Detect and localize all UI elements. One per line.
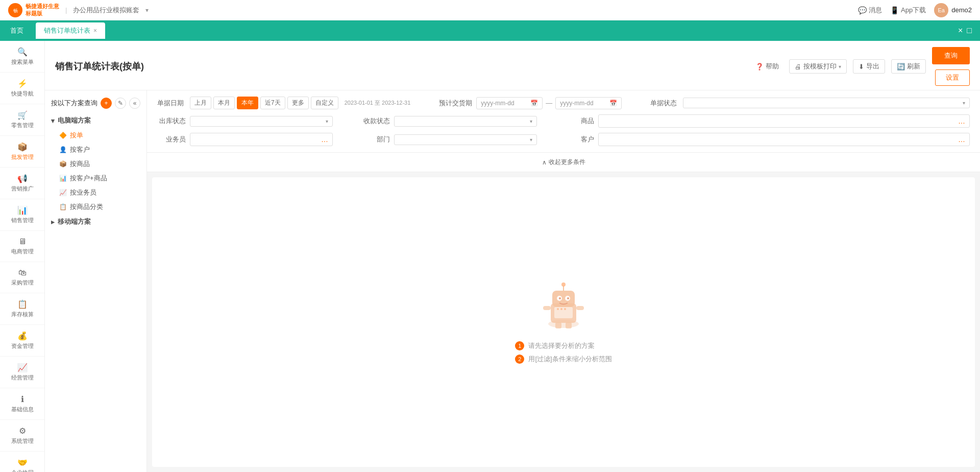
top-bar: 畅 畅捷通好生意 标题版 | 办公用品行业模拟账套 ▾ 💬 消息 📱 App下载… (0, 0, 980, 20)
collapse-bar[interactable]: ∧ 收起更多条件 (147, 153, 980, 172)
help-button[interactable]: ❓ 帮助 (751, 60, 783, 73)
nav-icon-7: 🛍 (18, 268, 27, 277)
maximize-button[interactable]: □ (967, 26, 972, 35)
expected-date-end[interactable]: yyyy-mm-dd 📅 (555, 97, 622, 109)
scheme-tree: 🔶 按单 👤 按客户 📦 按商品 📊 按 (45, 128, 146, 214)
edit-scheme-button[interactable]: ✎ (115, 98, 126, 109)
nav-item-系统管理[interactable]: ⚙系统管理 (0, 420, 44, 452)
goods-input[interactable]: … (598, 114, 970, 128)
nav-icon-5: 📊 (17, 205, 28, 215)
nav-item-库存核算[interactable]: 📋库存核算 (0, 293, 44, 325)
message-icon: 💬 (858, 6, 867, 14)
left-panel-actions: + ✎ « (101, 98, 140, 109)
scheme-label-2: 按商品 (70, 159, 90, 169)
workspace-dropdown-icon[interactable]: ▾ (145, 7, 149, 14)
nav-item-经营管理[interactable]: 📈经营管理 (0, 357, 44, 388)
mobile-expand-icon: ▸ (51, 218, 55, 226)
scheme-item-3[interactable]: 📊 按客户+商品 (53, 171, 146, 185)
filter-area: 单据日期 上月 本月 本年 近7天 更多 自定义 2023-01-01 至 20… (147, 90, 980, 153)
scheme-item-2[interactable]: 📦 按商品 (53, 157, 146, 171)
date-btn-custom[interactable]: 自定义 (311, 97, 338, 109)
pc-scheme-header[interactable]: ▾ 电脑端方案 (45, 113, 146, 128)
tab-close-button[interactable]: × (93, 27, 97, 34)
main-layout: 🔍搜索菜单⚡快捷导航🛒零售管理📦批发管理📢营销推广📊销售管理🖥电商管理🛍采购管理… (0, 41, 980, 472)
mobile-scheme-header[interactable]: ▸ 移动端方案 (45, 214, 146, 229)
nav-item-搜索菜单[interactable]: 🔍搜索菜单 (0, 41, 44, 73)
date-separator: — (546, 99, 552, 107)
app-download-button[interactable]: 📱 App下载 (890, 6, 926, 15)
collapse-panel-button[interactable]: « (129, 98, 140, 109)
scheme-item-1[interactable]: 👤 按客户 (53, 143, 146, 157)
date-btn-this-year[interactable]: 本年 (237, 97, 258, 109)
bill-date-label: 单据日期 (157, 99, 186, 108)
scheme-item-4[interactable]: 📈 按业务员 (53, 185, 146, 200)
scheme-label-4: 按业务员 (70, 188, 96, 197)
nav-icon-9: 💰 (17, 331, 28, 341)
nav-item-资金管理[interactable]: 💰资金管理 (0, 325, 44, 357)
nav-label-9: 资金管理 (11, 342, 34, 350)
pc-scheme-label: 电脑端方案 (58, 116, 91, 125)
nav-label-1: 快捷导航 (11, 90, 34, 98)
bill-status-label: 单据状态 (650, 99, 679, 108)
date-btn-last-month[interactable]: 上月 (190, 97, 211, 109)
nav-icon-0: 🔍 (17, 47, 28, 57)
nav-item-基础信息[interactable]: ℹ基础信息 (0, 388, 44, 420)
nav-label-4: 营销推广 (11, 185, 34, 193)
user-menu[interactable]: Ea demo2 (934, 3, 972, 17)
expected-date-item: 预计交货期 yyyy-mm-dd 📅 — yyyy-mm-dd 📅 (439, 97, 622, 109)
scheme-item-0[interactable]: 🔶 按单 (53, 128, 146, 143)
delivery-status-item: 出库状态 ▾ (157, 116, 333, 127)
scheme-icon-3: 📊 (59, 175, 67, 182)
tab-home[interactable]: 首页 (0, 20, 34, 41)
filter-row-1: 单据日期 上月 本月 本年 近7天 更多 自定义 2023-01-01 至 20… (157, 97, 970, 109)
query-button[interactable]: 查询 (932, 47, 970, 64)
help-label: 帮助 (766, 62, 779, 71)
date-btn-7days[interactable]: 近7天 (260, 97, 285, 109)
nav-icon-6: 🖥 (18, 237, 27, 246)
settings-button[interactable]: 设置 (935, 69, 970, 86)
nav-item-销售管理[interactable]: 📊销售管理 (0, 199, 44, 231)
date-btn-this-month[interactable]: 本月 (213, 97, 235, 109)
empty-hint-1: 1 请先选择要分析的方案 (515, 341, 611, 350)
nav-item-企业协同[interactable]: 🤝企业协同 (0, 452, 44, 472)
app-download-icon: 📱 (890, 6, 899, 14)
nav-icon-3: 📦 (17, 142, 28, 152)
logo-area: 畅 畅捷通好生意 标题版 (8, 3, 59, 17)
mobile-scheme-label: 移动端方案 (58, 217, 91, 226)
nav-item-批发管理[interactable]: 📦批发管理 (0, 136, 44, 168)
department-label: 部门 (361, 135, 390, 144)
nav-item-电商管理[interactable]: 🖥电商管理 (0, 231, 44, 262)
right-panel: 单据日期 上月 本月 本年 近7天 更多 自定义 2023-01-01 至 20… (147, 90, 980, 472)
nav-icon-10: 📈 (17, 363, 28, 372)
department-select[interactable]: ▾ (394, 134, 537, 145)
svg-point-10 (561, 282, 566, 287)
nav-icon-4: 📢 (17, 174, 28, 183)
nav-item-快捷导航[interactable]: ⚡快捷导航 (0, 73, 44, 104)
payment-status-select[interactable]: ▾ (394, 116, 537, 127)
scheme-icon-4: 📈 (59, 189, 67, 196)
delivery-status-select[interactable]: ▾ (190, 116, 333, 127)
refresh-button[interactable]: 🔄 刷新 (891, 59, 926, 74)
export-button[interactable]: ⬇ 导出 (853, 59, 885, 74)
expected-date-start[interactable]: yyyy-mm-dd 📅 (476, 97, 543, 109)
left-panel-header: 按以下方案查询 + ✎ « (45, 96, 146, 113)
salesperson-input[interactable]: … (190, 133, 333, 146)
customer-input[interactable]: … (598, 133, 970, 146)
print-button[interactable]: 🖨 按模板打印 ▾ (789, 59, 847, 74)
customer-item: 客户 … (566, 133, 970, 146)
bill-status-select[interactable]: ▾ (683, 98, 970, 108)
svg-point-17 (560, 308, 562, 310)
nav-item-营销推广[interactable]: 📢营销推广 (0, 168, 44, 199)
tab-label: 销售订单统计表 (44, 26, 90, 35)
scheme-item-5[interactable]: 📋 按商品分类 (53, 200, 146, 214)
scheme-icon-5: 📋 (59, 203, 67, 210)
add-scheme-button[interactable]: + (101, 98, 112, 109)
tab-active[interactable]: 销售订单统计表 × (36, 22, 105, 39)
minimize-button[interactable]: × (958, 26, 963, 35)
message-button[interactable]: 💬 消息 (858, 6, 882, 15)
scheme-label-0: 按单 (70, 131, 83, 140)
nav-item-采购管理[interactable]: 🛍采购管理 (0, 262, 44, 293)
nav-item-零售管理[interactable]: 🛒零售管理 (0, 104, 44, 136)
date-btn-more[interactable]: 更多 (287, 97, 309, 109)
tab-bar-actions: × □ (958, 26, 972, 35)
